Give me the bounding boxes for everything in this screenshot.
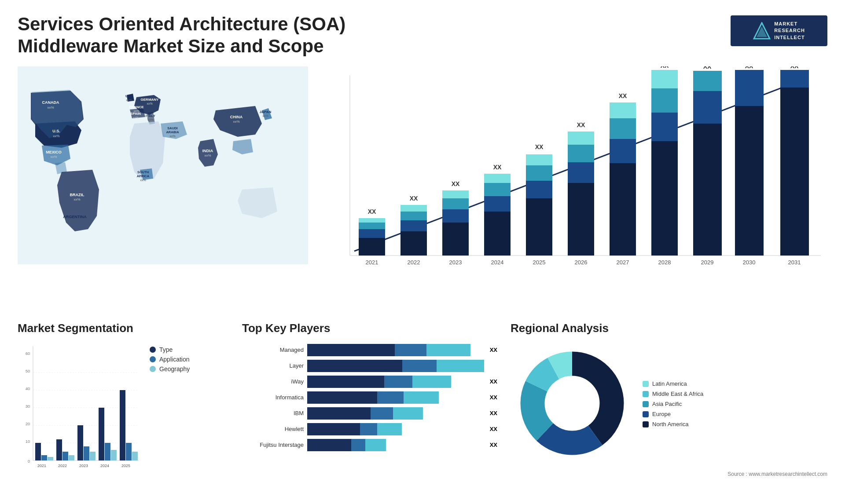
svg-rect-46: [400, 220, 427, 231]
svg-rect-115: [41, 455, 47, 460]
legend-geography: Geography: [150, 365, 190, 373]
svg-rect-53: [442, 198, 469, 209]
svg-rect-114: [35, 443, 41, 460]
segmentation-section: Market Segmentation 0 10 20 30 40 50 60: [18, 321, 229, 504]
svg-rect-89: [693, 71, 722, 91]
svg-rect-77: [610, 118, 636, 139]
svg-text:xx%: xx%: [53, 134, 59, 138]
svg-text:2025: 2025: [533, 259, 546, 266]
svg-rect-97: [780, 70, 809, 88]
svg-text:2027: 2027: [617, 259, 629, 266]
regional-section: Regional Analysis: [511, 321, 827, 504]
svg-text:CANADA: CANADA: [42, 100, 59, 105]
svg-text:2022: 2022: [58, 464, 67, 468]
svg-rect-93: [735, 70, 764, 106]
donut-legend: Latin America Middle East & Africa Asia …: [643, 380, 703, 427]
svg-text:xx%: xx%: [126, 99, 132, 102]
svg-text:MEXICO: MEXICO: [46, 150, 62, 154]
svg-rect-59: [484, 183, 511, 196]
svg-text:30: 30: [26, 404, 30, 409]
logo-text: MARKET RESEARCH INTELLECT: [774, 21, 805, 41]
svg-text:U.K.: U.K.: [125, 94, 132, 98]
svg-rect-127: [105, 443, 110, 460]
svg-text:xx%: xx%: [147, 102, 152, 105]
svg-text:xx%: xx%: [233, 120, 239, 124]
svg-rect-52: [442, 209, 469, 223]
svg-text:40: 40: [26, 387, 30, 391]
svg-text:xx%: xx%: [47, 106, 54, 110]
svg-rect-70: [568, 162, 594, 183]
bar-chart-section: XX 2021 XX 2022 XX 2023 XX 2024: [317, 66, 827, 313]
page-title: Services Oriented Architecture (SOA) Mid…: [18, 13, 392, 58]
map-section: CANADA xx% U.S. xx% MEXICO xx% BRAZIL xx…: [18, 66, 308, 313]
svg-text:INDIA: INDIA: [202, 149, 213, 153]
segmentation-chart: 0 10 20 30 40 50 60 2021: [18, 342, 141, 478]
svg-text:ITALY: ITALY: [146, 114, 155, 118]
svg-text:ARABIA: ARABIA: [166, 130, 179, 134]
legend-geography-dot: [150, 366, 156, 372]
svg-rect-88: [693, 91, 722, 124]
svg-text:XX: XX: [493, 164, 502, 171]
key-players-section: Top Key Players Managed XX Layer: [242, 321, 497, 504]
svg-text:xx%: xx%: [50, 155, 57, 159]
donut-chart: [511, 342, 634, 467]
svg-text:xx%: xx%: [132, 116, 138, 119]
svg-text:XX: XX: [619, 92, 627, 99]
svg-rect-84: [651, 70, 678, 88]
svg-rect-48: [400, 205, 427, 212]
svg-point-139: [547, 378, 598, 429]
svg-text:2030: 2030: [743, 259, 756, 266]
player-row-informatica: Informatica XX: [242, 391, 497, 404]
svg-text:0: 0: [28, 459, 30, 464]
top-content: CANADA xx% U.S. xx% MEXICO xx% BRAZIL xx…: [0, 66, 845, 313]
svg-rect-40: [359, 229, 385, 238]
svg-text:xx%: xx%: [147, 118, 153, 121]
bottom-section: Market Segmentation 0 10 20 30 40 50 60: [0, 313, 845, 504]
svg-text:XX: XX: [745, 66, 753, 69]
svg-rect-64: [526, 181, 552, 198]
svg-text:U.S.: U.S.: [52, 129, 60, 133]
segmentation-legend: Type Application Geography: [150, 346, 190, 373]
svg-text:XX: XX: [410, 195, 418, 202]
svg-text:xx%: xx%: [140, 179, 146, 182]
bar-chart-svg: XX 2021 XX 2022 XX 2023 XX 2024: [317, 66, 827, 278]
player-row-ibm: IBM XX: [242, 407, 497, 420]
svg-text:xx%: xx%: [204, 153, 211, 157]
svg-text:xx%: xx%: [169, 135, 175, 138]
svg-rect-83: [651, 88, 678, 113]
svg-text:XX: XX: [661, 66, 669, 69]
svg-text:SOUTH: SOUTH: [137, 170, 149, 174]
svg-text:XX: XX: [703, 66, 712, 70]
svg-text:JAPAN: JAPAN: [260, 110, 272, 114]
svg-rect-39: [359, 238, 385, 256]
donut-container: Latin America Middle East & Africa Asia …: [511, 342, 827, 467]
logo-box: MARKET RESEARCH INTELLECT: [731, 15, 827, 46]
svg-rect-120: [69, 455, 74, 460]
source-text: Source : www.marketresearchintellect.com: [511, 471, 827, 477]
svg-rect-42: [359, 218, 385, 223]
svg-rect-78: [610, 102, 636, 118]
legend-middle-east-africa: Middle East & Africa: [643, 391, 703, 397]
svg-rect-41: [359, 223, 385, 229]
svg-rect-66: [526, 154, 552, 165]
svg-text:2024: 2024: [491, 259, 504, 266]
legend-application-dot: [150, 356, 156, 362]
svg-rect-63: [526, 198, 552, 256]
svg-rect-96: [780, 88, 809, 256]
svg-text:xx%: xx%: [71, 219, 78, 223]
svg-rect-57: [484, 212, 511, 256]
svg-text:SPAIN: SPAIN: [130, 112, 141, 116]
player-row-hewlett: Hewlett XX: [242, 423, 497, 435]
svg-text:2021: 2021: [366, 259, 378, 266]
svg-rect-124: [90, 452, 96, 460]
svg-rect-65: [526, 165, 552, 181]
legend-application: Application: [150, 356, 190, 363]
svg-rect-69: [568, 183, 594, 256]
svg-rect-92: [735, 106, 764, 256]
svg-text:2024: 2024: [100, 464, 109, 468]
svg-rect-51: [442, 223, 469, 256]
svg-text:2031: 2031: [788, 259, 801, 266]
svg-text:20: 20: [26, 422, 30, 426]
svg-rect-60: [484, 174, 511, 183]
svg-text:xx%: xx%: [73, 197, 80, 201]
